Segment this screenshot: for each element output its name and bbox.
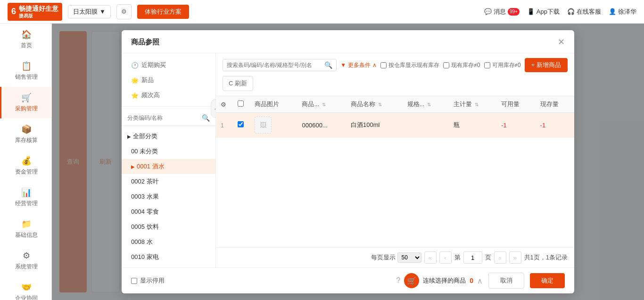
store-name: 日太阳膜: [73, 8, 98, 16]
enterprise-icon: 🤝: [21, 282, 32, 292]
last-page-button[interactable]: »: [509, 251, 521, 264]
sidebar-item-enterprise[interactable]: 🤝 企业协同: [0, 276, 51, 300]
category-item-00[interactable]: 00 未分类: [122, 144, 215, 159]
category-item-0002[interactable]: 0002 茶叶: [122, 174, 215, 189]
collapse-panel-button[interactable]: ‹: [211, 99, 216, 118]
total-record-label: 共1页，1条记录: [524, 253, 568, 262]
image-placeholder-icon: 🖼: [260, 121, 266, 129]
add-product-button[interactable]: + 新增商品: [525, 58, 568, 72]
col-name[interactable]: 商品名称 ⇅: [346, 96, 403, 113]
help-icon[interactable]: ?: [396, 276, 400, 285]
user-menu[interactable]: 👤 徐泽华: [609, 8, 636, 16]
modal-close-button[interactable]: ✕: [558, 37, 565, 47]
category-label-0001: 0001 酒水: [137, 162, 210, 171]
prev-page-button[interactable]: ‹: [439, 251, 452, 264]
filter-button[interactable]: ▼ 更多条件 ∧: [340, 61, 377, 69]
col-settings[interactable]: ⚙: [216, 96, 233, 113]
message-button[interactable]: 💬 消息 99: [484, 8, 520, 16]
col-spec[interactable]: 规格... ⇅: [403, 96, 449, 113]
confirm-button[interactable]: 确定: [530, 273, 565, 288]
logo-icon: 6: [11, 7, 16, 17]
category-item-0005[interactable]: 0005 饮料: [122, 219, 215, 234]
product-search-icon[interactable]: 🔍: [324, 61, 332, 69]
pagination: 每页显示 50 10 20 100 « ‹ 第: [216, 247, 574, 267]
sidebar-item-operation[interactable]: 📊 经营管理: [0, 182, 51, 213]
sidebar-item-home[interactable]: 🏠 首页: [0, 24, 51, 55]
sidebar-item-sales[interactable]: 📋 销售管理: [0, 55, 51, 87]
page-input[interactable]: [463, 251, 482, 264]
cancel-button[interactable]: 取消: [488, 273, 524, 289]
col-unit[interactable]: 主计量 ⇅: [449, 96, 496, 113]
category-item-0004[interactable]: 0004 零食: [122, 204, 215, 219]
next-page-button[interactable]: ›: [494, 251, 506, 264]
tab-frequent-label: 频次高: [141, 91, 160, 100]
sidebar-label-sales: 销售管理: [15, 73, 38, 81]
filter-label: 更多条件: [348, 61, 371, 69]
category-search-icon[interactable]: 🔍: [202, 114, 210, 122]
sidebar-label-home: 首页: [21, 42, 32, 50]
category-item-0001[interactable]: ▶ 0001 酒水: [122, 159, 215, 174]
logo-title: 畅捷通好生意: [19, 5, 58, 13]
logo-subtitle: 捷易版: [19, 13, 58, 19]
tab-new-label: 新品: [141, 76, 154, 84]
first-page-button[interactable]: «: [424, 251, 437, 264]
category-item-all[interactable]: ▶ 全部分类: [122, 129, 215, 144]
service-label: 在线客服: [577, 8, 601, 16]
sidebar-item-inventory[interactable]: 📦 库存核算: [0, 118, 51, 150]
select-all-checkbox[interactable]: [238, 100, 244, 107]
product-search-input[interactable]: [227, 62, 322, 68]
finance-icon: 💰: [21, 156, 32, 166]
settings-icon[interactable]: ⚙: [116, 4, 132, 19]
cart-count: 0: [470, 277, 473, 284]
arrow-icon-0001: ▶: [131, 164, 135, 169]
headset-icon: 🎧: [567, 8, 575, 15]
sidebar-item-system[interactable]: ⚙ 系统管理: [0, 245, 51, 276]
trial-button[interactable]: 体验行业方案: [137, 5, 189, 19]
modal-title: 商品参照: [131, 38, 159, 47]
category-item-0003[interactable]: 0003 水果: [122, 189, 215, 204]
table-row[interactable]: 1 🖼: [216, 113, 574, 138]
available-checkbox-text: 现有库存≠0: [451, 61, 480, 69]
category-item-0008[interactable]: 0008 水: [122, 234, 215, 250]
col-code[interactable]: 商品... ⇅: [297, 96, 346, 113]
tab-new[interactable]: 🌟 新品: [127, 73, 210, 87]
warehouse-checkbox-text: 按仓库显示现有库存: [388, 61, 439, 69]
refresh-button[interactable]: C 刷新: [223, 76, 253, 91]
chevron-down-icon: ▼: [99, 8, 106, 15]
usable-checkbox[interactable]: [484, 62, 490, 68]
tab-frequent[interactable]: ⭐ 频次高: [127, 88, 210, 102]
row-checkbox[interactable]: [238, 121, 244, 127]
toolbar: 🔍 ▼ 更多条件 ∧ 按仓库显示现有库存: [216, 53, 574, 96]
warehouse-checkbox[interactable]: [380, 62, 387, 68]
tab-recent[interactable]: 🕐 近期购买: [127, 58, 210, 72]
per-page-label: 每页显示: [371, 253, 396, 262]
sort-icon-name: ⇅: [378, 102, 382, 107]
available-checkbox[interactable]: [443, 62, 449, 68]
sidebar-item-finance[interactable]: 💰 资金管理: [0, 150, 51, 182]
product-search-box: 🔍: [223, 59, 337, 71]
phone-icon: 📱: [527, 8, 535, 15]
category-item-0010[interactable]: 0010 家电: [122, 250, 215, 265]
category-search-input[interactable]: [127, 115, 199, 121]
store-select[interactable]: 日太阳膜 ▼: [68, 5, 111, 18]
right-panel: 🔍 ▼ 更多条件 ∧ 按仓库显示现有库存: [216, 53, 574, 267]
service-button[interactable]: 🎧 在线客服: [567, 8, 601, 16]
per-page-select[interactable]: 50 10 20 100: [397, 252, 421, 263]
sort-icon-spec: ⇅: [427, 102, 431, 107]
product-table-wrapper: ⚙ 商品图片 商品... ⇅: [216, 96, 574, 247]
sidebar-item-base[interactable]: 📁 基础信息: [0, 213, 51, 245]
category-label-0008: 0008 水: [131, 238, 210, 246]
category-label-0004: 0004 零食: [131, 208, 210, 216]
cart-collapse-icon[interactable]: ∧: [477, 276, 483, 285]
display-disabled-label: 显示停用: [131, 276, 165, 285]
sidebar-item-purchase[interactable]: 🛒 采购管理: [0, 87, 51, 118]
left-tabs: 🕐 近期购买 🌟 新品 ⭐ 频次高: [122, 53, 215, 107]
app-download-button[interactable]: 📱 App下载: [527, 8, 560, 16]
product-table: ⚙ 商品图片 商品... ⇅: [216, 96, 574, 138]
system-icon: ⚙: [23, 250, 30, 261]
display-disabled-checkbox[interactable]: [131, 278, 137, 284]
category-label-0002: 0002 茶叶: [131, 177, 210, 186]
cart-button[interactable]: 🛒: [404, 273, 419, 288]
row-image-cell: 🖼: [250, 113, 297, 138]
category-label-0010: 0010 家电: [131, 253, 210, 261]
